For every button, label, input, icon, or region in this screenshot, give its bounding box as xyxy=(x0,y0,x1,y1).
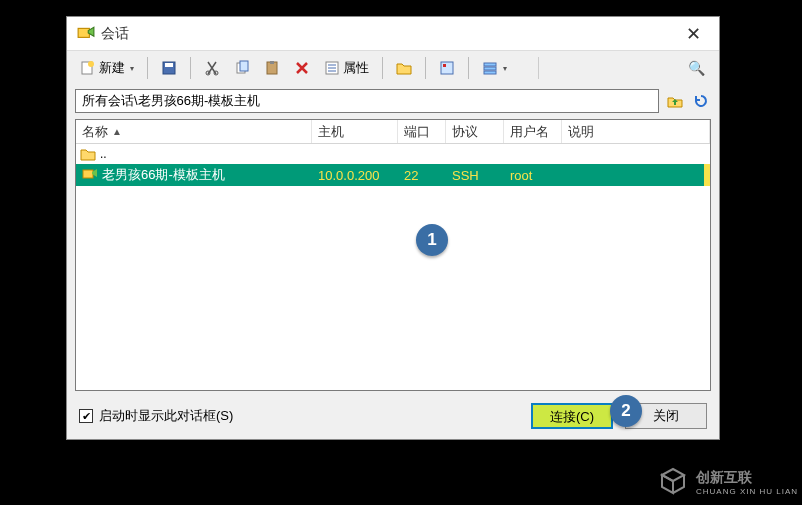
path-input[interactable] xyxy=(75,89,659,113)
folder-icon xyxy=(396,60,412,76)
up-folder-button[interactable] xyxy=(665,91,685,111)
header-port[interactable]: 端口 xyxy=(398,120,446,143)
cut-button[interactable] xyxy=(199,55,225,81)
titlebar: 会话 ✕ xyxy=(67,17,719,51)
folder-button[interactable] xyxy=(391,55,417,81)
save-button[interactable] xyxy=(156,55,182,81)
session-icon xyxy=(82,168,98,182)
view-button[interactable]: ▾ xyxy=(477,55,512,81)
properties-button[interactable]: 属性 xyxy=(319,55,374,81)
checkbox-label: 启动时显示此对话框(S) xyxy=(99,407,233,425)
copy-icon xyxy=(234,60,250,76)
watermark-brand: 创新互联 xyxy=(696,469,798,487)
session-protocol: SSH xyxy=(446,168,504,183)
session-app-icon xyxy=(77,25,95,43)
separator xyxy=(468,57,469,79)
delete-icon xyxy=(294,60,310,76)
svg-rect-20 xyxy=(83,170,93,178)
separator xyxy=(190,57,191,79)
refresh-button[interactable] xyxy=(691,91,711,111)
separator xyxy=(382,57,383,79)
options-button[interactable] xyxy=(434,55,460,81)
watermark-logo-icon xyxy=(656,465,690,499)
session-port: 22 xyxy=(398,168,446,183)
new-icon xyxy=(80,60,96,76)
paste-icon xyxy=(264,60,280,76)
search-area[interactable] xyxy=(538,57,678,79)
rows-container: .. 老男孩66期-模板主机 10.0.0.200 22 SSH root xyxy=(76,144,710,390)
svg-point-2 xyxy=(88,61,94,67)
svg-rect-10 xyxy=(270,61,274,64)
properties-icon xyxy=(324,60,340,76)
header-protocol[interactable]: 协议 xyxy=(446,120,504,143)
session-user: root xyxy=(504,168,562,183)
save-icon xyxy=(161,60,177,76)
options-icon xyxy=(439,60,455,76)
svg-rect-19 xyxy=(484,71,496,74)
separator xyxy=(147,57,148,79)
show-on-startup-checkbox[interactable]: ✔ 启动时显示此对话框(S) xyxy=(79,407,233,425)
session-dialog: 会话 ✕ 新建 ▾ 属性 xyxy=(66,16,720,440)
svg-rect-15 xyxy=(441,62,453,74)
connect-button[interactable]: 连接(C) xyxy=(531,403,613,429)
copy-button[interactable] xyxy=(229,55,255,81)
header-name[interactable]: 名称▲ xyxy=(76,120,312,143)
new-button[interactable]: 新建 ▾ xyxy=(75,55,139,81)
checkbox-icon: ✔ xyxy=(79,409,93,423)
toolbar: 新建 ▾ 属性 xyxy=(67,51,719,85)
session-name: 老男孩66期-模板主机 xyxy=(102,166,225,184)
close-icon[interactable]: ✕ xyxy=(678,23,709,45)
folder-up-icon xyxy=(80,147,96,161)
sort-asc-icon: ▲ xyxy=(112,126,122,137)
session-list: 名称▲ 主机 端口 协议 用户名 说明 .. 老男孩66期-模板主机 10.0.… xyxy=(75,119,711,391)
chevron-down-icon: ▾ xyxy=(130,64,134,73)
properties-label: 属性 xyxy=(343,59,369,77)
parent-folder-row[interactable]: .. xyxy=(76,144,710,164)
delete-button[interactable] xyxy=(289,55,315,81)
chevron-down-icon: ▾ xyxy=(503,64,507,73)
paste-button[interactable] xyxy=(259,55,285,81)
annotation-callout-2: 2 xyxy=(610,395,642,427)
path-row xyxy=(75,89,711,113)
separator xyxy=(425,57,426,79)
watermark: 创新互联 CHUANG XIN HU LIAN xyxy=(656,465,798,499)
cut-icon xyxy=(204,60,220,76)
svg-rect-4 xyxy=(165,63,173,67)
search-icon[interactable]: 🔍 xyxy=(682,60,711,76)
column-headers[interactable]: 名称▲ 主机 端口 协议 用户名 说明 xyxy=(76,120,710,144)
header-desc[interactable]: 说明 xyxy=(562,120,710,143)
new-label: 新建 xyxy=(99,59,125,77)
window-title: 会话 xyxy=(101,25,678,43)
header-user[interactable]: 用户名 xyxy=(504,120,562,143)
svg-rect-16 xyxy=(443,64,446,67)
parent-label: .. xyxy=(100,147,107,161)
session-row[interactable]: 老男孩66期-模板主机 10.0.0.200 22 SSH root xyxy=(76,164,710,186)
header-host[interactable]: 主机 xyxy=(312,120,398,143)
session-host: 10.0.0.200 xyxy=(312,168,398,183)
svg-rect-18 xyxy=(484,67,496,70)
watermark-sub: CHUANG XIN HU LIAN xyxy=(696,487,798,496)
annotation-callout-1: 1 xyxy=(416,224,448,256)
svg-rect-17 xyxy=(484,63,496,66)
view-icon xyxy=(482,60,498,76)
svg-rect-8 xyxy=(240,61,248,71)
